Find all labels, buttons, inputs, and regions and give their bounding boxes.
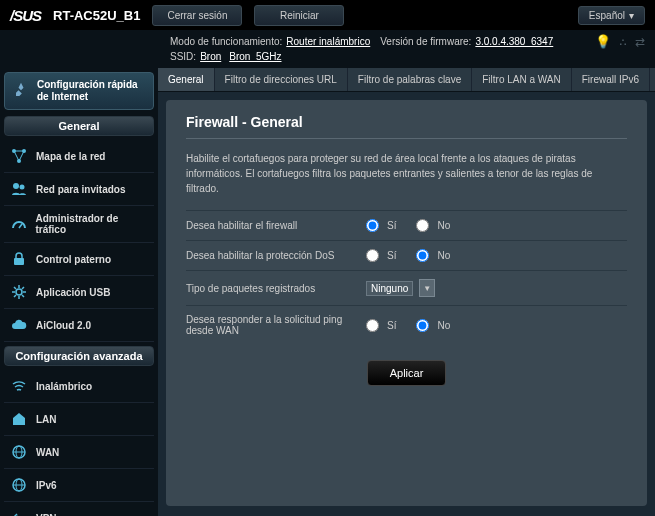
lock-icon bbox=[10, 250, 28, 268]
log-type-value: Ninguno bbox=[366, 281, 413, 296]
log-type-dropdown[interactable]: ▼ bbox=[419, 279, 435, 297]
section-general: General bbox=[4, 116, 154, 136]
link-icon bbox=[10, 509, 28, 516]
enable-dos-no[interactable] bbox=[416, 249, 429, 262]
wifi-icon bbox=[10, 377, 28, 395]
nav-label: Inalámbrico bbox=[36, 381, 92, 392]
clients-icon[interactable]: ⛬ bbox=[617, 35, 629, 49]
nav-wan[interactable]: WAN bbox=[4, 436, 154, 469]
enable-firewall-no[interactable] bbox=[416, 219, 429, 232]
main-content: General Filtro de direcciones URL Filtro… bbox=[158, 68, 655, 516]
usb-status-icon[interactable]: ⇄ bbox=[635, 35, 645, 49]
language-label: Español bbox=[589, 10, 625, 21]
row-enable-firewall: Desea habilitar el firewall Sí No bbox=[186, 210, 627, 240]
sidebar: Configuración rápida de Internet General… bbox=[0, 68, 158, 516]
row-ping-wan: Desea responder a la solicitud ping desd… bbox=[186, 305, 627, 344]
section-advanced: Configuración avanzada bbox=[4, 346, 154, 366]
language-selector[interactable]: Español ▾ bbox=[578, 6, 645, 25]
no-label: No bbox=[437, 250, 450, 261]
field-label: Desea responder a la solicitud ping desd… bbox=[186, 314, 366, 336]
field-label: Desea habilitar el firewall bbox=[186, 220, 366, 231]
no-label: No bbox=[437, 220, 450, 231]
fw-label: Versión de firmware: bbox=[380, 36, 471, 47]
logout-button[interactable]: Cerrar sesión bbox=[152, 5, 242, 26]
panel-description: Habilite el cortafuegos para proteger su… bbox=[186, 151, 627, 196]
field-label: Tipo de paquetes registrados bbox=[186, 283, 366, 294]
ssid1-link[interactable]: Bron bbox=[200, 51, 221, 62]
nav-vpn[interactable]: VPN bbox=[4, 502, 154, 516]
nav-label: Control paterno bbox=[36, 254, 111, 265]
rocket-icon bbox=[11, 81, 31, 101]
nav-label: VPN bbox=[36, 513, 57, 517]
people-icon bbox=[10, 180, 28, 198]
ping-wan-no[interactable] bbox=[416, 319, 429, 332]
mode-link[interactable]: Router inalámbrico bbox=[286, 36, 370, 47]
cloud-icon bbox=[10, 316, 28, 334]
tab-lan-wan-filter[interactable]: Filtro LAN a WAN bbox=[472, 68, 572, 91]
globe-icon bbox=[10, 443, 28, 461]
quick-setup-button[interactable]: Configuración rápida de Internet bbox=[4, 72, 154, 110]
nav-label: Mapa de la red bbox=[36, 151, 105, 162]
bulb-icon[interactable]: 💡 bbox=[595, 34, 611, 49]
tab-general[interactable]: General bbox=[158, 68, 215, 91]
nav-guest-network[interactable]: Red para invitados bbox=[4, 173, 154, 206]
home-icon bbox=[10, 410, 28, 428]
no-label: No bbox=[437, 320, 450, 331]
ping-wan-yes[interactable] bbox=[366, 319, 379, 332]
fw-link[interactable]: 3.0.0.4.380_6347 bbox=[475, 36, 553, 47]
ssid2-link[interactable]: Bron_5GHz bbox=[229, 51, 281, 62]
tab-keyword-filter[interactable]: Filtro de palabras clave bbox=[348, 68, 472, 91]
tab-url-filter[interactable]: Filtro de direcciones URL bbox=[215, 68, 348, 91]
network-icon bbox=[10, 147, 28, 165]
nav-label: Administrador de tráfico bbox=[35, 213, 148, 235]
nav-network-map[interactable]: Mapa de la red bbox=[4, 140, 154, 173]
row-enable-dos: Desea habilitar la protección DoS Sí No bbox=[186, 240, 627, 270]
yes-label: Sí bbox=[387, 320, 396, 331]
nav-label: IPv6 bbox=[36, 480, 57, 491]
info-bar: Modo de funcionamiento: Router inalámbri… bbox=[0, 30, 655, 68]
svg-point-4 bbox=[20, 185, 25, 190]
model-name: RT-AC52U_B1 bbox=[53, 8, 140, 23]
nav-label: WAN bbox=[36, 447, 59, 458]
enable-dos-yes[interactable] bbox=[366, 249, 379, 262]
panel-title: Firewall - General bbox=[186, 114, 627, 139]
globe-icon bbox=[10, 476, 28, 494]
meter-icon bbox=[10, 215, 27, 233]
svg-line-5 bbox=[19, 224, 22, 228]
yes-label: Sí bbox=[387, 250, 396, 261]
row-log-type: Tipo de paquetes registrados Ninguno ▼ bbox=[186, 270, 627, 305]
nav-traffic-manager[interactable]: Administrador de tráfico bbox=[4, 206, 154, 243]
nav-ipv6[interactable]: IPv6 bbox=[4, 469, 154, 502]
top-bar: /SUS RT-AC52U_B1 Cerrar sesión Reiniciar… bbox=[0, 0, 655, 30]
quick-setup-label: Configuración rápida de Internet bbox=[37, 79, 147, 103]
chevron-down-icon: ▾ bbox=[629, 10, 634, 21]
gear-icon bbox=[10, 283, 28, 301]
nav-lan[interactable]: LAN bbox=[4, 403, 154, 436]
tab-firewall-ipv6[interactable]: Firewall IPv6 bbox=[572, 68, 650, 91]
tab-bar: General Filtro de direcciones URL Filtro… bbox=[158, 68, 655, 92]
ssid-label: SSID: bbox=[170, 51, 196, 62]
mode-label: Modo de funcionamiento: bbox=[170, 36, 282, 47]
reboot-button[interactable]: Reiniciar bbox=[254, 5, 344, 26]
nav-label: LAN bbox=[36, 414, 57, 425]
nav-label: AiCloud 2.0 bbox=[36, 320, 91, 331]
yes-label: Sí bbox=[387, 220, 396, 231]
enable-firewall-yes[interactable] bbox=[366, 219, 379, 232]
svg-point-3 bbox=[13, 183, 19, 189]
svg-point-7 bbox=[16, 289, 22, 295]
nav-parental-control[interactable]: Control paterno bbox=[4, 243, 154, 276]
nav-aicloud[interactable]: AiCloud 2.0 bbox=[4, 309, 154, 342]
apply-button[interactable]: Aplicar bbox=[367, 360, 447, 386]
brand-logo: /SUS bbox=[10, 7, 41, 24]
settings-panel: Firewall - General Habilite el cortafueg… bbox=[166, 100, 647, 506]
field-label: Desea habilitar la protección DoS bbox=[186, 250, 366, 261]
nav-usb-app[interactable]: Aplicación USB bbox=[4, 276, 154, 309]
nav-label: Aplicación USB bbox=[36, 287, 110, 298]
svg-rect-6 bbox=[14, 258, 24, 265]
nav-label: Red para invitados bbox=[36, 184, 125, 195]
nav-wireless[interactable]: Inalámbrico bbox=[4, 370, 154, 403]
